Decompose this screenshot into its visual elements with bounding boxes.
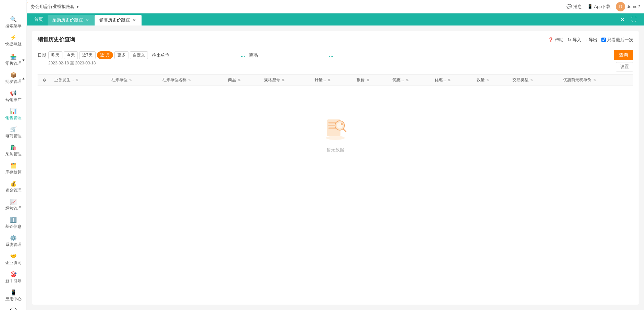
col-trade-type[interactable]: 交易类型 ⇅ xyxy=(509,74,560,86)
sort-icon: ⇅ xyxy=(238,78,240,82)
empty-text: 暂无数据 xyxy=(327,147,344,153)
sort-icon: ⇅ xyxy=(328,78,330,82)
only-last-checkbox[interactable] xyxy=(601,38,606,42)
sales-icon: 📊 xyxy=(10,108,17,114)
col-pretax-price[interactable]: 优惠前无税单价 ⇅ xyxy=(560,74,633,86)
sidebar-item-operations[interactable]: 📈 经营管理 xyxy=(0,196,26,214)
col-discount1[interactable]: 优惠... ⇅ xyxy=(389,74,431,86)
inventory-icon: 🗂️ xyxy=(10,162,17,169)
ecommerce-icon: 🛒 xyxy=(10,126,17,133)
tab-bar-end: ✕ ⛶ xyxy=(618,16,641,23)
sidebar-item-search-menu[interactable]: 🔍 搜索菜单 xyxy=(0,13,26,32)
sidebar-item-label: 销售管理 xyxy=(5,115,21,121)
finance-icon: 💰 xyxy=(10,180,17,187)
date-filter-group: 日期 昨天 今天 近7天 近1月 更多 自定义 xyxy=(38,51,148,59)
data-table: ⚙ 业务发生... ⇅ 往来单位 ⇅ 往来单位名称 ⇅ xyxy=(38,74,633,86)
col-partner-name[interactable]: 往来单位名称 ⇅ xyxy=(159,74,225,86)
tab-sales-history[interactable]: 销售历史价跟踪 ✕ xyxy=(95,15,142,25)
beginner-icon: 🎯 xyxy=(10,271,17,277)
app-title[interactable]: 办公用品行业模拟账套 ▾ xyxy=(31,4,567,10)
col-settings[interactable]: ⚙ xyxy=(38,74,51,86)
import-action[interactable]: ↻ 导入 xyxy=(568,37,581,43)
sidebar-item-marketing[interactable]: 📢 营销推广 xyxy=(0,87,26,105)
sidebar-item-label: 库存核算 xyxy=(5,169,21,175)
product-dots[interactable]: ... xyxy=(329,52,333,58)
chevron-up-icon: ▲ xyxy=(22,76,25,80)
date-btn-yesterday[interactable]: 昨天 xyxy=(48,51,62,59)
date-btn-last7[interactable]: 近7天 xyxy=(79,51,96,59)
download-action[interactable]: 📱 App下载 xyxy=(587,4,610,10)
sidebar-item-beginner[interactable]: 🎯 新手引导 xyxy=(0,268,26,287)
product-filter-group: 商品 ... xyxy=(249,52,333,59)
query-button[interactable]: 查询 xyxy=(614,50,633,60)
sidebar-item-label: 新手引导 xyxy=(5,278,21,284)
col-discount2[interactable]: 优惠... ⇅ xyxy=(431,74,473,86)
date-btn-custom[interactable]: 自定义 xyxy=(130,51,148,59)
tab-close-icon[interactable]: ✕ xyxy=(132,18,137,23)
date-btn-more[interactable]: 更多 xyxy=(114,51,128,59)
partner-dots[interactable]: ... xyxy=(240,52,245,58)
sidebar-item-quick-nav[interactable]: ⚡ 快捷导航 xyxy=(0,32,26,50)
export-action[interactable]: ↓ 导出 xyxy=(585,37,598,43)
import-label: 导入 xyxy=(573,37,581,43)
sidebar-item-finance[interactable]: 💰 资金管理 xyxy=(0,178,26,196)
sidebar-item-label: 应用中心 xyxy=(5,296,21,302)
partner-label: 往来单位 xyxy=(152,52,169,58)
page-header: 销售历史价查询 ❓ 帮助 ↻ 导入 ↓ 导出 只看最后一次 xyxy=(38,36,633,43)
sidebar-item-enterprise-coop[interactable]: 🤝 企业协同 xyxy=(0,250,26,268)
message-icon: 💬 xyxy=(567,4,572,9)
sidebar-item-wholesale-mgmt[interactable]: 📦 批发管理 ▲ xyxy=(0,69,26,87)
filter-actions: 查询 设置 xyxy=(614,49,633,71)
sidebar-item-enterprise-wechat[interactable]: 💬 企业微信 xyxy=(0,305,26,310)
sort-icon: ⇅ xyxy=(188,78,191,82)
message-action[interactable]: 💬 消息 xyxy=(567,4,582,10)
download-icon: 📱 xyxy=(587,4,593,9)
partner-input[interactable] xyxy=(171,52,238,59)
sidebar-item-label: 经营管理 xyxy=(5,206,21,211)
col-price[interactable]: 报价 ⇅ xyxy=(353,74,389,86)
sidebar-item-label: 基础信息 xyxy=(5,224,21,229)
sort-icon: ⇅ xyxy=(367,78,369,82)
partner-filter-group: 往来单位 ... xyxy=(152,52,245,59)
sidebar-item-ecommerce[interactable]: 🛒 电商管理 xyxy=(0,123,26,142)
col-quantity[interactable]: 数量 ⇅ xyxy=(473,74,509,86)
col-partner-code[interactable]: 往来单位 ⇅ xyxy=(108,74,159,86)
sidebar-item-system[interactable]: ⚙️ 系统管理 xyxy=(0,232,26,250)
settings-button[interactable]: 设置 xyxy=(616,62,633,71)
col-biz-date[interactable]: 业务发生... ⇅ xyxy=(51,74,108,86)
product-input[interactable] xyxy=(260,52,327,59)
date-btn-last1m[interactable]: 近1月 xyxy=(97,51,113,59)
sort-icon: ⇅ xyxy=(486,78,489,82)
basic-info-icon: ℹ️ xyxy=(10,217,17,223)
purchase-icon: 🛍️ xyxy=(10,144,17,151)
only-last-check[interactable]: 只看最后一次 xyxy=(601,37,633,43)
col-unit[interactable]: 计量... ⇅ xyxy=(311,74,353,86)
table-header-row: ⚙ 业务发生... ⇅ 往来单位 ⇅ 往来单位名称 ⇅ xyxy=(38,74,633,86)
tab-close-icon[interactable]: ✕ xyxy=(85,18,90,23)
svg-line-7 xyxy=(343,129,346,132)
col-spec[interactable]: 规格型号 ⇅ xyxy=(261,74,311,86)
sort-icon: ⇅ xyxy=(75,78,78,82)
sidebar: 🔍 搜索菜单 ⚡ 快捷导航 🏪 零售管理 ▼ 📦 批发管理 ▲ 📢 营销推广 📊… xyxy=(0,0,27,310)
sidebar-item-app-center[interactable]: 📱 应用中心 xyxy=(0,287,26,305)
avatar: D xyxy=(616,2,625,11)
user-action[interactable]: D demo2 xyxy=(616,2,640,11)
date-btn-today[interactable]: 今天 xyxy=(64,51,78,59)
tab-home[interactable]: 首页 xyxy=(30,13,48,25)
system-icon: ⚙️ xyxy=(10,235,17,241)
col-product[interactable]: 商品 ⇅ xyxy=(225,74,261,86)
help-action[interactable]: ❓ 帮助 xyxy=(548,37,564,43)
sidebar-item-inventory[interactable]: 🗂️ 库存核算 xyxy=(0,160,26,178)
search-icon: 🔍 xyxy=(10,16,17,22)
sidebar-item-sales-mgmt[interactable]: 📊 销售管理 xyxy=(0,105,26,123)
tab-maximize-icon[interactable]: ⛶ xyxy=(629,16,639,23)
page-actions: ❓ 帮助 ↻ 导入 ↓ 导出 只看最后一次 xyxy=(548,37,634,43)
sidebar-item-basic-info[interactable]: ℹ️ 基础信息 xyxy=(0,214,26,232)
main-content: 销售历史价查询 ❓ 帮助 ↻ 导入 ↓ 导出 只看最后一次 xyxy=(27,25,644,310)
tab-purchase-history[interactable]: 采购历史价跟踪 ✕ xyxy=(48,15,95,25)
sidebar-item-purchase-mgmt[interactable]: 🛍️ 采购管理 xyxy=(0,142,26,160)
sidebar-item-label: 搜索菜单 xyxy=(5,23,21,29)
tab-close-all-icon[interactable]: ✕ xyxy=(618,16,627,23)
dropdown-chevron-icon[interactable]: ▾ xyxy=(76,4,79,9)
sidebar-item-retail-mgmt[interactable]: 🏪 零售管理 ▼ xyxy=(0,51,26,69)
